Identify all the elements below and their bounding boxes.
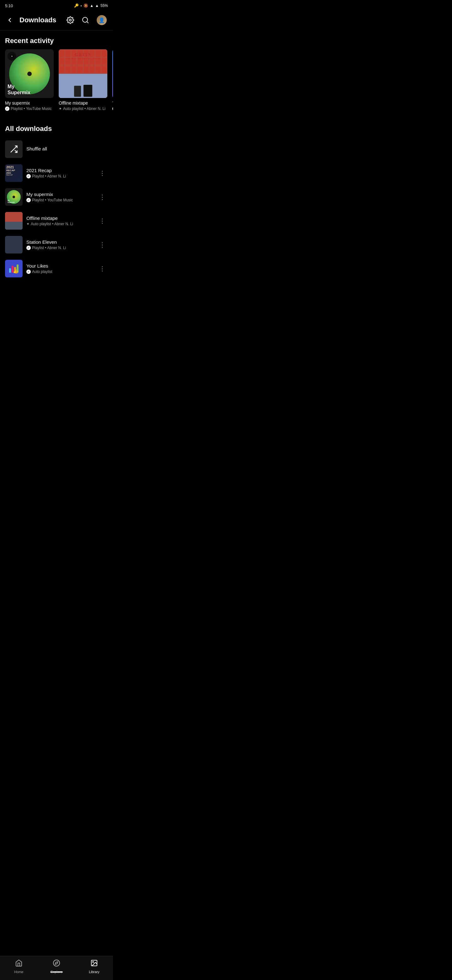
wifi-icon: ▲ [90, 3, 94, 8]
your-likes-type: Auto playlist [32, 269, 52, 274]
supermix-list-verified-icon: ✓ [26, 198, 31, 202]
shuffle-title: Shuffle all [26, 146, 108, 151]
download-item-recap[interactable]: 2021 RECAP 2021 RECAP 2021 Recap ✓ Playl… [0, 161, 113, 185]
offline-list-sparkle-icon: ✦ [26, 222, 30, 226]
partial-thumbnail [113, 49, 113, 98]
play-icon [8, 52, 16, 60]
svg-point-0 [69, 19, 71, 21]
search-button[interactable] [80, 15, 90, 25]
supermix-thumbnail[interactable]: MySupermix [5, 49, 54, 98]
supermix-list-title: My supermix [26, 192, 93, 197]
mini-disc: MySupermix [7, 190, 21, 204]
download-item-station-eleven[interactable]: Station Eleven ✓ Playlist • Abner N. Li … [0, 233, 113, 257]
offline-list-info: Offline mixtape ✦ Auto playlist • Abner … [26, 215, 93, 226]
partial-meta: ✓ [113, 107, 113, 111]
time: 5:10 [5, 3, 13, 8]
station-eleven-meta: ✓ Playlist • Abner N. Li [26, 246, 93, 250]
your-likes-meta: ✓ Auto playlist [26, 269, 93, 274]
battery: 55% [100, 3, 108, 8]
recap-meta: ✓ Playlist • Abner N. Li [26, 174, 93, 178]
bar-1 [9, 268, 11, 273]
avatar: 👤 [97, 15, 107, 25]
partial-check-icon: ✓ [113, 107, 113, 111]
recap-verified-icon: ✓ [26, 174, 31, 178]
offline-list-title: Offline mixtape [26, 215, 93, 221]
recap-more-button[interactable]: ⋮ [97, 167, 108, 179]
carousel-item-supermix[interactable]: MySupermix My supermix ✓ Playlist • YouT… [5, 49, 54, 111]
back-button[interactable] [5, 15, 14, 25]
sparkle-icon: ✦ [59, 107, 62, 111]
offline-mixtape-title: Offline mixtape [59, 100, 107, 105]
header-actions: 👤 [65, 14, 108, 26]
supermix-overlay-text: MySupermix [8, 84, 30, 95]
recent-activity-section: Recent activity MySupermix [0, 30, 113, 116]
mute-icon: 🔕 [84, 3, 88, 8]
status-bar: 5:10 🔑 ⭑ 🔕 ▲ ▲ 55% [0, 0, 113, 10]
supermix-list-info: My supermix ✓ Playlist • YouTube Music [26, 192, 93, 202]
supermix-meta: ✓ Playlist • YouTube Music [5, 107, 54, 111]
status-icons: 🔑 ⭑ 🔕 ▲ ▲ 55% [74, 3, 108, 8]
header: Downloads 👤 [0, 10, 113, 30]
shuffle-thumbnail [5, 140, 22, 158]
recent-carousel[interactable]: MySupermix My supermix ✓ Playlist • YouT… [0, 49, 113, 116]
recent-activity-title: Recent activity [0, 30, 113, 49]
shuffle-all-item[interactable]: Shuffle all [0, 137, 113, 161]
grits-album-title: GRITS THE ART OF TRANSLATION [59, 52, 107, 60]
offline-mixtape-thumbnail[interactable]: GRITS THE ART OF TRANSLATION [59, 49, 107, 98]
supermix-type-source: Playlist • YouTube Music [11, 107, 52, 111]
supermix-list-thumbnail: MySupermix [5, 188, 22, 206]
station-eleven-thumbnail [5, 236, 22, 253]
your-likes-more-button[interactable]: ⋮ [97, 262, 108, 275]
offline-list-meta: ✦ Auto playlist • Abner N. Li [26, 222, 93, 226]
all-downloads-title: All downloads [0, 118, 113, 137]
svg-line-2 [87, 22, 88, 23]
recap-label-3: RECAP [6, 174, 13, 176]
supermix-title: My supermix [5, 100, 54, 105]
your-likes-title: Your Likes [26, 263, 93, 269]
supermix-list-meta: ✓ Playlist • YouTube Music [26, 198, 93, 202]
bluetooth-icon: ⭑ [80, 3, 82, 8]
offline-list-more-button[interactable]: ⋮ [97, 215, 108, 227]
your-likes-thumbnail: 👍 [5, 260, 22, 277]
carousel-item-partial[interactable]: You... ✓ [113, 49, 113, 111]
mini-disc-label: MySupermix [8, 199, 15, 203]
verified-icon: ✓ [5, 107, 10, 111]
download-item-your-likes[interactable]: 👍 Your Likes ✓ Auto playlist ⋮ [0, 257, 113, 280]
supermix-list-more-button[interactable]: ⋮ [97, 191, 108, 203]
download-list: Shuffle all 2021 RECAP 2021 RECAP 2021 R… [0, 137, 113, 280]
partial-title: You... [113, 100, 113, 105]
download-item-supermix[interactable]: MySupermix My supermix ✓ Playlist • YouT… [0, 185, 113, 209]
recap-label-text: RECAP [6, 169, 15, 172]
offline-mixtape-type-source: Auto playlist • Abner N. Li [63, 107, 105, 111]
grits-booth [59, 74, 107, 98]
recap-title: 2021 Recap [26, 168, 93, 173]
offline-list-type-source: Auto playlist • Abner N. Li [31, 222, 73, 226]
your-likes-info: Your Likes ✓ Auto playlist [26, 263, 93, 274]
supermix-list-type-source: Playlist • YouTube Music [32, 198, 73, 202]
station-eleven-more-button[interactable]: ⋮ [97, 239, 108, 251]
key-icon: 🔑 [74, 3, 79, 8]
carousel-item-offline-mixtape[interactable]: GRITS THE ART OF TRANSLATION Offline mix… [59, 49, 107, 111]
signal-icon: ▲ [95, 3, 99, 8]
thumbs-up-icon: 👍 [13, 269, 18, 274]
offline-list-thumbnail [5, 212, 22, 230]
avatar-button[interactable]: 👤 [95, 14, 108, 26]
recap-type-source: Playlist • Abner N. Li [32, 174, 66, 178]
recap-year-text: 2021 [6, 165, 14, 169]
shuffle-icon [10, 145, 18, 154]
all-downloads-section: All downloads Shuffle all [0, 116, 113, 280]
recap-info: 2021 Recap ✓ Playlist • Abner N. Li [26, 168, 93, 178]
settings-button[interactable] [65, 15, 75, 25]
station-eleven-type-source: Playlist • Abner N. Li [32, 246, 66, 250]
recap-thumbnail: 2021 RECAP 2021 RECAP [5, 164, 22, 182]
station-eleven-info: Station Eleven ✓ Playlist • Abner N. Li [26, 239, 93, 250]
shuffle-info: Shuffle all [26, 146, 108, 152]
offline-mixtape-meta: ✦ Auto playlist • Abner N. Li [59, 107, 107, 111]
recap-label-2: 2021 [6, 172, 11, 174]
your-likes-verified-icon: ✓ [26, 269, 31, 274]
station-eleven-title: Station Eleven [26, 239, 93, 245]
station-verified-icon: ✓ [26, 246, 31, 250]
download-item-offline[interactable]: Offline mixtape ✦ Auto playlist • Abner … [0, 209, 113, 233]
page-title: Downloads [19, 16, 60, 24]
